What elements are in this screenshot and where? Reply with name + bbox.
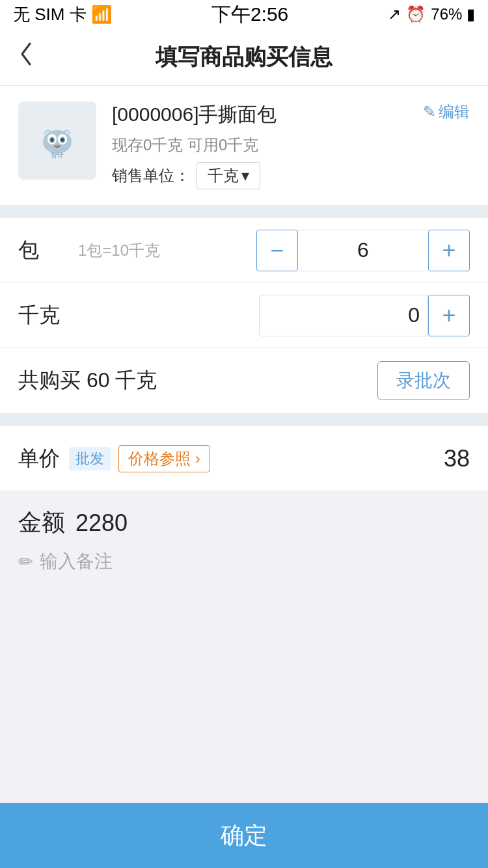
product-stock: 现存0千克 可用0千克: [112, 135, 470, 156]
back-button[interactable]: [18, 41, 34, 73]
kg-plus-button[interactable]: +: [428, 295, 470, 336]
product-image: 智计: [18, 102, 96, 180]
svg-point-0: [43, 130, 72, 154]
status-icons: ↗ ⏰ 76% ▮: [388, 5, 475, 23]
total-row: 共购买 60 千克 录批次: [0, 348, 488, 413]
pack-row: 包 1包=10千克 − +: [0, 218, 488, 283]
svg-point-6: [61, 139, 64, 142]
price-section: 单价 批发 价格参照 › 38: [0, 426, 488, 491]
total-label: 共购买 60 千克: [18, 366, 157, 395]
pack-input[interactable]: [298, 230, 428, 271]
kg-controls: +: [259, 295, 470, 336]
pencil-icon: ✏: [18, 551, 33, 573]
battery-text: 76% ▮: [431, 5, 475, 23]
header: 填写商品购买信息: [0, 29, 488, 86]
amount-label: 金额: [18, 507, 65, 539]
footer[interactable]: 确定: [0, 803, 488, 868]
edit-button[interactable]: ✎ 编辑: [423, 102, 470, 122]
kg-row: 千克 +: [0, 283, 488, 348]
price-value: 38: [444, 445, 470, 472]
product-section: 智计 [0000006]手撕面包 现存0千克 可用0千克 销售单位： 千克 ▾ …: [0, 86, 488, 205]
svg-point-5: [51, 139, 53, 142]
pack-controls: − +: [256, 230, 470, 271]
quantity-section: 包 1包=10千克 − + 千克 + 共购买 60 千克 录批次: [0, 218, 488, 413]
status-network: 无 SIM 卡 📶: [13, 3, 112, 26]
pack-hint: 1包=10千克: [78, 240, 256, 261]
chevron-down-icon: ▾: [241, 167, 249, 185]
kg-label: 千克: [18, 301, 70, 330]
unit-select[interactable]: 千克 ▾: [197, 162, 260, 189]
svg-text:智计: 智计: [51, 152, 64, 159]
price-label: 单价: [18, 444, 60, 473]
page-title: 填写商品购买信息: [156, 42, 332, 72]
product-name: [0000006]手撕面包: [112, 102, 470, 128]
alarm-icon: ⏰: [406, 5, 426, 23]
svg-point-7: [56, 144, 59, 146]
amount-row: 金额 2280: [18, 507, 470, 539]
pack-minus-button[interactable]: −: [256, 230, 298, 271]
divider-1: [0, 205, 488, 218]
kg-input[interactable]: [259, 295, 428, 336]
pack-label: 包: [18, 236, 70, 265]
product-info: [0000006]手撕面包 现存0千克 可用0千克 销售单位： 千克 ▾: [112, 102, 470, 189]
status-time: 下午2:56: [211, 1, 288, 28]
edit-icon: ✎: [423, 103, 436, 121]
price-row: 单价 批发 价格参照 › 38: [0, 426, 488, 491]
price-tag: 批发: [69, 447, 111, 470]
unit-label: 销售单位：: [112, 165, 190, 186]
note-placeholder: 输入备注: [40, 549, 113, 574]
divider-2: [0, 413, 488, 426]
product-unit-row: 销售单位： 千克 ▾: [112, 162, 470, 189]
amount-section: 金额 2280 ✏ 输入备注: [0, 491, 488, 580]
pack-plus-button[interactable]: +: [428, 230, 470, 271]
status-bar: 无 SIM 卡 📶 下午2:56 ↗ ⏰ 76% ▮: [0, 0, 488, 29]
main-bg: [0, 580, 488, 776]
note-row[interactable]: ✏ 输入备注: [18, 549, 470, 574]
confirm-button[interactable]: 确定: [221, 820, 267, 852]
price-ref-button[interactable]: 价格参照 ›: [118, 445, 210, 472]
batch-button[interactable]: 录批次: [377, 361, 470, 400]
amount-value: 2280: [75, 509, 128, 537]
location-icon: ↗: [388, 5, 401, 23]
